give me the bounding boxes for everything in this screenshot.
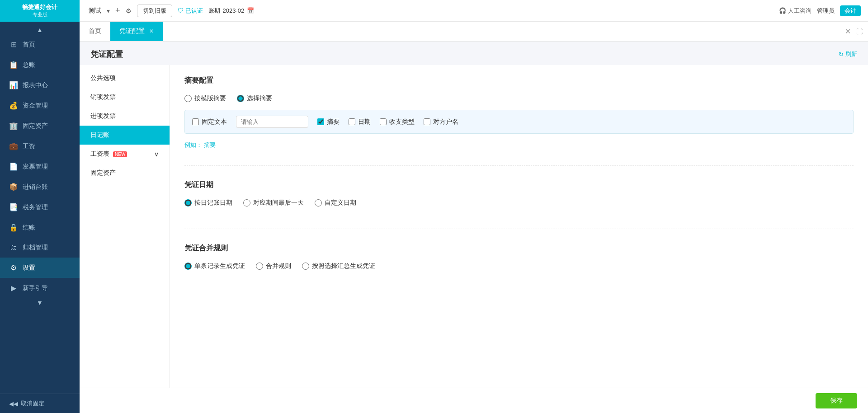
checkbox-pay-type[interactable]: 收支类型 <box>380 118 415 126</box>
section-merge: 凭证合并规则 单条记录生成凭证 合并规则 按照选择汇总生成凭证 <box>184 244 854 292</box>
funds-icon: 💰 <box>9 101 18 110</box>
new-badge: NEW <box>113 151 127 157</box>
invoice-icon: 📄 <box>9 162 18 171</box>
radio-select-merge[interactable]: 按照选择汇总生成凭证 <box>302 262 375 270</box>
cancel-pin-button[interactable]: ◀◀ 取消固定 <box>0 394 80 413</box>
settings-icon: ⚙ <box>9 263 18 272</box>
shield-icon: 🛡 <box>178 7 184 14</box>
tab-voucher-config[interactable]: 凭证配置 ✕ <box>110 22 163 41</box>
sidebar-item-home[interactable]: ⊞ 首页 <box>0 34 80 55</box>
accountant-button[interactable]: 会计 <box>840 5 861 16</box>
assets-icon: 🏢 <box>9 122 18 130</box>
sidebar-item-archive[interactable]: 🗂 归档管理 <box>0 238 80 258</box>
main-area: 首页 凭证配置 ✕ ✕ ⛶ 凭证配置 ↻ 刷新 公 <box>80 22 868 413</box>
radio-single[interactable]: 单条记录生成凭证 <box>184 262 245 270</box>
help-button[interactable]: 🎧 人工咨询 <box>779 7 811 15</box>
checkbox-abstract[interactable]: 摘要 <box>317 118 340 126</box>
checkbox-counterpart-input[interactable] <box>424 118 430 125</box>
checkbox-pay-type-input[interactable] <box>380 118 387 125</box>
radio-template-summary[interactable]: 按模版摘要 <box>184 94 226 103</box>
summary-radio-group: 按模版摘要 选择摘要 <box>184 94 854 103</box>
window-close-icon[interactable]: ✕ <box>845 27 851 36</box>
expand-icon: ∨ <box>154 150 159 158</box>
checkbox-counterpart[interactable]: 对方户名 <box>424 118 458 126</box>
date-radio-group: 按日记账日期 对应期间最后一天 自定义日期 <box>184 199 854 207</box>
sidebar-item-reports[interactable]: 📊 报表中心 <box>0 75 80 95</box>
scroll-down-arrow[interactable]: ▼ <box>0 298 80 307</box>
radio-merge-rule[interactable]: 合并规则 <box>256 262 291 270</box>
section-date-title: 凭证日期 <box>184 180 854 190</box>
sidebar-item-settings[interactable]: ⚙ 设置 <box>0 258 80 278</box>
radio-diary-date-input[interactable] <box>184 199 192 206</box>
tax-icon: 📑 <box>9 203 18 211</box>
chevron-down-icon[interactable]: ▾ <box>107 7 110 14</box>
logo-main: 畅捷通好会计 <box>22 3 57 11</box>
sidebar-item-salary[interactable]: 💼 工资 <box>0 136 80 156</box>
nav-item-payroll[interactable]: 工资表 NEW ∨ <box>80 145 170 164</box>
admin-label: 管理员 <box>817 7 835 15</box>
bottom-bar: 保存 <box>80 388 868 413</box>
add-icon[interactable]: + <box>115 6 120 15</box>
nav-item-purchase-invoice[interactable]: 进项发票 <box>80 107 170 126</box>
sidebar-item-guide[interactable]: ▶ 新手引导 <box>0 278 80 298</box>
sidebar-item-invoice[interactable]: 📄 发票管理 <box>0 156 80 177</box>
radio-last-day[interactable]: 对应期间最后一天 <box>243 199 304 207</box>
radio-single-input[interactable] <box>184 263 192 270</box>
page-title: 凭证配置 <box>90 49 123 60</box>
gear-icon[interactable]: ⚙ <box>126 7 132 14</box>
nav-item-diary[interactable]: 日记账 <box>80 126 170 145</box>
calendar-icon[interactable]: 📅 <box>247 7 254 14</box>
radio-template-input[interactable] <box>184 95 192 102</box>
refresh-button[interactable]: ↻ 刷新 <box>839 50 857 58</box>
checkbox-date-input[interactable] <box>349 118 355 125</box>
checkbox-date[interactable]: 日期 <box>349 118 371 126</box>
merge-radio-group: 单条记录生成凭证 合并规则 按照选择汇总生成凭证 <box>184 262 854 270</box>
reports-icon: 📊 <box>9 81 18 89</box>
fixed-text-input[interactable] <box>236 116 308 128</box>
radio-select-input[interactable] <box>237 95 244 102</box>
example-text: 例如： 摘要 <box>184 139 854 151</box>
ledger-icon: 📋 <box>9 61 18 69</box>
nav-item-public[interactable]: 公共选项 <box>80 69 170 88</box>
checkbox-abstract-input[interactable] <box>317 118 324 125</box>
section-date: 凭证日期 按日记账日期 对应期间最后一天 自定义日期 <box>184 180 854 229</box>
sidebar-item-sales[interactable]: 📦 进销台账 <box>0 177 80 197</box>
sidebar-item-ledger[interactable]: 📋 总账 <box>0 55 80 75</box>
home-icon: ⊞ <box>9 40 18 49</box>
window-expand-icon[interactable]: ⛶ <box>856 28 863 35</box>
radio-merge-rule-input[interactable] <box>256 263 263 270</box>
left-nav: 公共选项 销项发票 进项发票 日记账 工资表 NEW ∨ <box>80 65 170 388</box>
radio-last-day-input[interactable] <box>243 199 250 206</box>
tab-home[interactable]: 首页 <box>80 22 110 41</box>
section-summary-title: 摘要配置 <box>184 76 854 85</box>
period-info: 账期 2023-02 📅 <box>208 7 255 15</box>
switch-old-version-button[interactable]: 切到旧版 <box>137 5 172 17</box>
tab-close-icon[interactable]: ✕ <box>149 28 154 34</box>
sales-icon: 📦 <box>9 183 18 191</box>
summary-checkbox-row: 固定文本 摘要 日期 收支类型 <box>184 110 854 134</box>
sidebar-item-funds[interactable]: 💰 资金管理 <box>0 95 80 116</box>
nav-item-sales-invoice[interactable]: 销项发票 <box>80 88 170 107</box>
sidebar-item-assets[interactable]: 🏢 固定资产 <box>0 116 80 136</box>
scroll-up-arrow[interactable]: ▲ <box>0 25 80 34</box>
save-button[interactable]: 保存 <box>816 393 857 408</box>
checkbox-fixed-text[interactable]: 固定文本 <box>192 118 227 126</box>
radio-custom-date[interactable]: 自定义日期 <box>315 199 356 207</box>
sidebar-item-tax[interactable]: 📑 税务管理 <box>0 197 80 217</box>
certified-status: 🛡 已认证 <box>178 7 203 15</box>
inner-layout: 公共选项 销项发票 进项发票 日记账 工资表 NEW ∨ <box>80 65 868 388</box>
pin-icon: ◀◀ <box>9 400 18 407</box>
refresh-icon: ↻ <box>839 51 844 58</box>
radio-custom-date-input[interactable] <box>315 199 322 206</box>
checkbox-fixed-text-input[interactable] <box>192 118 199 125</box>
radio-diary-date[interactable]: 按日记账日期 <box>184 199 232 207</box>
archive-icon: 🗂 <box>9 244 18 252</box>
section-merge-title: 凭证合并规则 <box>184 244 854 253</box>
radio-select-merge-input[interactable] <box>302 263 309 270</box>
sidebar-item-close[interactable]: 🔒 结账 <box>0 217 80 238</box>
right-content: 摘要配置 按模版摘要 选择摘要 <box>170 65 868 388</box>
radio-select-summary[interactable]: 选择摘要 <box>237 94 272 103</box>
salary-icon: 💼 <box>9 142 18 150</box>
nav-item-fixed-assets[interactable]: 固定资产 <box>80 164 170 183</box>
headset-icon: 🎧 <box>779 7 786 14</box>
